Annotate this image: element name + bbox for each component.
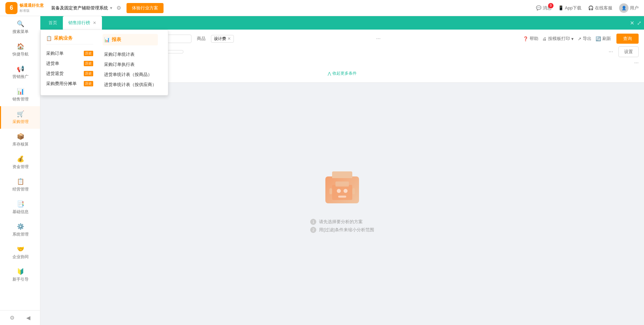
- sidebar-label-enterprise: 企业协同: [12, 254, 29, 260]
- sidebar: 🔍 搜索菜单 🏠 快捷导航 📢 营销推广 📊 销售管理 🛒 采购管理 📦 库存核…: [0, 16, 40, 325]
- system-name: 装备及固定资产辅助管理系统: [51, 5, 108, 11]
- tab-home-label: 首页: [48, 20, 57, 26]
- sidebar-label-nav: 快捷导航: [12, 51, 29, 57]
- dropdown-item-po-exec[interactable]: 采购订单执行表: [104, 59, 156, 70]
- sidebar-item-inventory[interactable]: 📦 库存核算: [0, 129, 40, 151]
- svg-point-3: [344, 189, 348, 193]
- hint-text-2: 用[过滤]条件来缩小分析范围: [319, 227, 374, 233]
- sidebar-label-sales: 销售管理: [12, 96, 29, 102]
- logo-line1: 畅通通好生意: [20, 3, 44, 8]
- goods-label: 商品: [197, 36, 206, 42]
- history-badge-0: 历史: [84, 51, 93, 56]
- report-section-icon: 📊: [104, 37, 110, 42]
- dropdown-item-expense-split[interactable]: 采购费用分摊单 历史: [46, 79, 93, 89]
- svg-rect-6: [352, 188, 355, 194]
- logo-text: 畅通通好生意 标准版: [20, 3, 44, 13]
- dropdown-item-receipt-supplier[interactable]: 进货单统计表（按供应商）: [104, 80, 156, 90]
- headset-icon: 🎧: [588, 5, 594, 10]
- system-dropdown-icon[interactable]: ▾: [110, 5, 112, 10]
- sidebar-label-operations: 经营管理: [12, 187, 29, 192]
- sidebar-label-search: 搜索菜单: [12, 29, 29, 35]
- print-btn[interactable]: 🖨 按模板打印 ▾: [542, 36, 574, 42]
- sidebar-label-finance: 资金管理: [12, 164, 29, 170]
- tab-close-icon[interactable]: ✕: [93, 21, 96, 25]
- svg-rect-1: [335, 181, 349, 187]
- goods-tag: 设计费 ✕: [211, 35, 234, 43]
- goods-more-btn[interactable]: ···: [376, 36, 381, 42]
- expense-split-label: 采购费用分摊单: [46, 81, 77, 87]
- online-service-item[interactable]: 🎧 在线客服: [588, 5, 612, 11]
- sidebar-item-system[interactable]: ⚙️ 系统管理: [0, 219, 40, 241]
- goods-tag-value: 设计费: [214, 36, 226, 42]
- header-right: 💬 消息 9 📱 App下载 🎧 在线客服 👤 用户: [536, 3, 639, 13]
- customer-more-btn[interactable]: ···: [634, 60, 639, 66]
- empty-state: 1 请先选择要分析的方案 2 用[过滤]条件来缩小分析范围: [40, 83, 644, 325]
- app-download-item[interactable]: 📱 App下载: [558, 5, 581, 11]
- sidebar-item-enterprise[interactable]: 🤝 企业协同: [0, 241, 40, 264]
- svg-rect-4: [338, 196, 346, 198]
- toolbar-right: ❓ 帮助 🖨 按模板打印 ▾ ↗ 导出 🔄: [523, 36, 611, 42]
- sidebar-label-system: 系统管理: [12, 232, 29, 237]
- export-label: 导出: [583, 36, 592, 42]
- marketing-icon: 📢: [17, 65, 24, 73]
- sidebar-label-marketing: 营销推广: [12, 74, 29, 80]
- salesperson-more-btn[interactable]: ···: [609, 49, 613, 55]
- sidebar-item-purchase[interactable]: 🛒 采购管理: [0, 106, 40, 129]
- export-btn[interactable]: ↗ 导出: [578, 36, 592, 42]
- goods-tag-close[interactable]: ✕: [227, 36, 231, 41]
- report-section-title: 📊 报表: [103, 34, 158, 45]
- goods-return-label: 进货退货: [46, 71, 64, 77]
- print-icon: 🖨: [542, 36, 547, 41]
- empty-hint-2: 2 用[过滤]条件来缩小分析范围: [310, 227, 374, 233]
- trial-button[interactable]: 体验行业方案: [127, 3, 164, 13]
- sidebar-item-finance[interactable]: 💰 资金管理: [0, 151, 40, 174]
- purchase-order-label: 采购订单: [46, 50, 64, 56]
- hint-text-1: 请先选择要分析的方案: [319, 219, 363, 225]
- phone-icon: 📱: [558, 5, 564, 10]
- system-icon: ⚙️: [17, 223, 24, 230]
- sales-icon: 📊: [17, 88, 24, 95]
- search-button[interactable]: 查询: [616, 34, 639, 44]
- dropdown-item-purchase-order[interactable]: 采购订单 历史: [46, 48, 93, 58]
- settings-icon[interactable]: ⚙: [116, 5, 121, 11]
- dropdown-item-goods-receipt[interactable]: 进货单 历史: [46, 58, 93, 69]
- sidebar-item-nav[interactable]: 🏠 快捷导航: [0, 39, 40, 61]
- purchase-icon: 🛒: [17, 110, 24, 118]
- sidebar-item-marketing[interactable]: 📢 营销推广: [0, 61, 40, 84]
- sidebar-label-purchase: 采购管理: [12, 119, 29, 125]
- empty-hints: 1 请先选择要分析的方案 2 用[过滤]条件来缩小分析范围: [310, 219, 374, 235]
- dropdown-item-po-stats[interactable]: 采购订单统计表: [104, 49, 156, 59]
- basic-info-icon: 📑: [17, 200, 24, 208]
- sidebar-label-beginner: 新手引导: [12, 277, 29, 282]
- po-stats-label: 采购订单统计表: [104, 51, 135, 57]
- dropdown-item-receipt-goods[interactable]: 进货单统计表（按商品）: [104, 70, 156, 80]
- sidebar-item-operations[interactable]: 📋 经营管理: [0, 174, 40, 196]
- history-badge-1: 历史: [84, 61, 93, 66]
- purchase-section: 📋 采购业务 采购订单 历史 进货单 历史 进货退货 历史 采购费用分摊单 历史: [46, 35, 93, 90]
- notification-badge: 9: [548, 3, 553, 8]
- sidebar-item-search[interactable]: 🔍 搜索菜单: [0, 16, 40, 39]
- sidebar-item-sales[interactable]: 📊 销售管理: [0, 84, 40, 106]
- refresh-btn[interactable]: 🔄 刷新: [596, 36, 611, 42]
- settings-bottom-icon[interactable]: ⚙: [10, 315, 14, 321]
- tab-sales-ranking[interactable]: 销售排行榜 ✕: [63, 16, 102, 30]
- export-icon: ↗: [578, 36, 581, 41]
- dropdown-item-goods-return[interactable]: 进货退货 历史: [46, 69, 93, 79]
- report-section-label: 报表: [112, 37, 121, 43]
- tab-home[interactable]: 首页: [43, 16, 63, 30]
- notification-item[interactable]: 💬 消息 9: [536, 5, 551, 11]
- history-badge-2: 历史: [84, 71, 93, 76]
- help-label: 帮助: [530, 36, 538, 42]
- sidebar-item-beginner[interactable]: 🔰 新手引导: [0, 264, 40, 286]
- tab-close-all-icon[interactable]: ✕: [630, 20, 634, 26]
- purchase-section-label: 采购业务: [54, 35, 73, 41]
- logo-icon: 6: [5, 2, 17, 14]
- help-btn[interactable]: ❓ 帮助: [523, 36, 538, 42]
- online-service-label: 在线客服: [595, 5, 612, 11]
- tab-expand-icon[interactable]: ⤢: [637, 20, 641, 26]
- user-item[interactable]: 👤 用户: [619, 3, 639, 13]
- sidebar-item-basic-info[interactable]: 📑 基础信息: [0, 196, 40, 219]
- collapse-icon[interactable]: ◀: [26, 315, 30, 321]
- setting-button[interactable]: 设置: [618, 46, 639, 57]
- user-label: 用户: [630, 5, 639, 11]
